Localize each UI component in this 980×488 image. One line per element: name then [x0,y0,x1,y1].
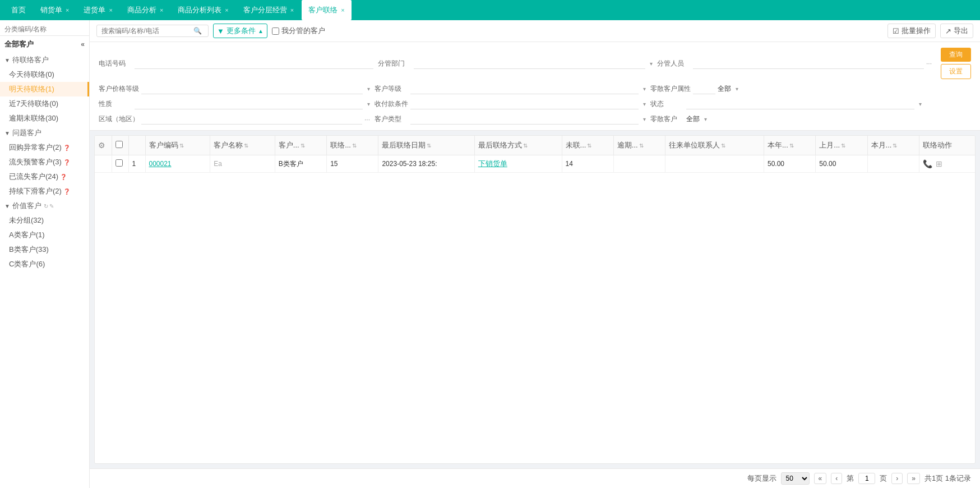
filter-status-input[interactable] [686,99,914,109]
sidebar-item-lost[interactable]: 已流失客户(24) ❓ [0,169,89,184]
sidebar-item-unclassified[interactable]: 未分组(32) [0,213,89,228]
col-uncontacted-sort[interactable]: ⇅ [587,142,591,149]
table-settings-icon[interactable]: ⚙ [98,141,105,150]
filter-manager-dots[interactable]: ··· [926,59,932,67]
row-code[interactable]: 000021 [145,155,210,173]
sidebar-item-today[interactable]: 今天待联络(0) [0,67,89,82]
row-action-more-icon[interactable]: ⊞ [936,159,942,168]
sidebar-item-tomorrow[interactable]: 明天待联络(1) [0,82,89,96]
col-contact-sort[interactable]: ⇅ [352,142,357,149]
nav-purchase-order-close[interactable]: × [109,7,112,13]
page-number-input[interactable] [858,473,875,484]
filter-dept-input[interactable] [414,58,645,69]
col-name-sort[interactable]: ⇅ [244,142,248,149]
page-size-select[interactable]: 50 100 [781,472,810,485]
filter-status: 状态 ▾ [650,99,922,109]
row-checkbox[interactable] [115,159,123,167]
row-last-method[interactable]: 下销货单 [474,155,562,173]
col-overdue-sort[interactable]: ⇅ [639,142,644,149]
sidebar-item-class-c[interactable]: C类客户(6) [0,257,89,271]
sidebar-item-class-a[interactable]: A类客户(1) [0,228,89,242]
sidebar: 🔍 全部客户 « ▼ 待联络客户 今天待联络(0) 明天待联络(1) 近7天待联… [0,20,90,488]
filter-search-input[interactable] [101,27,191,35]
nav-home[interactable]: 首页 [4,0,33,20]
nav-product-analysis-close[interactable]: × [160,7,163,13]
nav-customer-tier[interactable]: 客户分层经营 × [237,0,301,20]
nav-sales-order[interactable]: 销货单 × [34,0,76,20]
filter-payment-arrow[interactable]: ▾ [643,101,646,107]
filter-retail-attr-arrow[interactable]: ▾ [736,86,738,92]
sidebar-all-customers[interactable]: 全部客户 « [0,36,89,53]
batch-action-button[interactable]: ☑ 批量操作 [887,24,936,38]
row-action-call-icon[interactable]: 📞 [923,159,932,168]
nav-product-analysis-list[interactable]: 商品分析列表 × [171,0,235,20]
table-select-all[interactable] [115,141,123,148]
sidebar-item-churn-warning[interactable]: 流失预警客户(3) ❓ [0,155,89,169]
sidebar-item-overdue[interactable]: 逾期未联络(30) [0,111,89,126]
col-liaison-sort[interactable]: ⇅ [721,142,725,149]
filter-nature-input[interactable] [135,99,363,109]
col-type-sort[interactable]: ⇅ [301,142,305,149]
filter-status-arrow[interactable]: ▾ [919,101,922,107]
nav-sales-order-close[interactable]: × [66,7,69,13]
page-label: 第 [847,473,854,484]
nav-customer-contact-close[interactable]: × [341,7,344,13]
nav-customer-contact[interactable]: 客户联络 × [302,0,351,20]
filter-manager-input[interactable] [693,58,924,69]
more-conditions-button[interactable]: ▼ 更多条件 ▲ [213,24,267,38]
filter-region-input[interactable] [141,114,362,125]
query-button[interactable]: 查询 [941,48,971,62]
table-row: 1 000021 Ea B类客户 15 2023-05-23 18:25: 下销… [95,155,975,173]
sidebar-group-value[interactable]: ▼ 价值客户 ↻ ✎ [0,199,89,213]
filter-nature-label: 性质 [99,99,132,109]
col-code-sort[interactable]: ⇅ [179,142,184,149]
my-customers-checkbox[interactable]: 我分管的客户 [272,26,325,36]
sidebar-group-pending[interactable]: ▼ 待联络客户 [0,53,89,67]
col-this-month-sort[interactable]: ⇅ [893,142,897,149]
nav-product-analysis[interactable]: 商品分析 × [121,0,170,20]
col-this-year-sort[interactable]: ⇅ [789,142,794,149]
nav-customer-tier-close[interactable]: × [290,7,294,13]
table-body: 1 000021 Ea B类客户 15 2023-05-23 18:25: 下销… [95,155,975,173]
col-last-date-sort[interactable]: ⇅ [427,142,431,149]
filter-retail-customer-arrow[interactable]: ▾ [704,116,707,122]
nav-product-analysis-list-close[interactable]: × [225,7,228,13]
col-name: 客户名称 ⇅ [210,136,275,155]
filter-customer-level-arrow[interactable]: ▾ [643,86,646,92]
filter-search-icon[interactable]: 🔍 [193,27,202,35]
sidebar-search-input[interactable] [4,25,89,33]
col-last-method-sort[interactable]: ⇅ [523,142,528,149]
advanced-filter-panel: 电话号码 分管部门 ▾ 分管人员 ··· 查询 设置 [90,42,980,131]
reset-button[interactable]: 设置 [941,64,971,79]
sidebar-item-class-b[interactable]: B类客户(33) [0,242,89,257]
row-liaison [665,155,764,173]
sidebar-group-problem[interactable]: ▼ 问题客户 [0,126,89,140]
filter-retail-attr-input[interactable] [693,84,715,94]
sidebar-item-7days[interactable]: 近7天待联络(0) [0,96,89,111]
my-customers-check[interactable] [272,27,279,35]
filter-payment-input[interactable] [410,99,639,109]
prev-page-button[interactable]: ‹ [831,473,842,484]
nav-purchase-order[interactable]: 进货单 × [77,0,119,20]
filter-customer-type-arrow[interactable]: ▾ [643,116,646,122]
filter-nature-arrow[interactable]: ▾ [367,101,370,107]
next-page-button[interactable]: › [891,473,903,484]
col-last-month-sort[interactable]: ⇅ [841,142,845,149]
sidebar-item-declining[interactable]: 持续下滑客户(2) ❓ [0,184,89,199]
sidebar-item-repurchase-abnormal[interactable]: 回购异常客户(2) ❓ [0,140,89,155]
col-this-month: 本月... ⇅ [867,136,919,155]
filter-customer-type-label: 客户类型 [375,114,408,124]
sidebar-collapse-icon[interactable]: « [81,40,85,48]
filter-price-level-input[interactable] [141,84,363,94]
first-page-button[interactable]: « [814,473,827,484]
filter-price-level-arrow[interactable]: ▾ [367,86,370,92]
filter-customer-level-input[interactable] [410,84,639,94]
filter-phone-input[interactable] [135,58,373,69]
filter-region-dots[interactable]: ··· [364,116,370,123]
filter-dept-arrow[interactable]: ▾ [650,61,653,67]
filter-customer-type-input[interactable] [410,114,639,125]
row-name[interactable]: Ea [210,155,275,173]
export-button[interactable]: ↗ 导出 [940,24,973,38]
last-page-button[interactable]: » [907,473,920,484]
filter-phone: 电话号码 [99,58,373,69]
